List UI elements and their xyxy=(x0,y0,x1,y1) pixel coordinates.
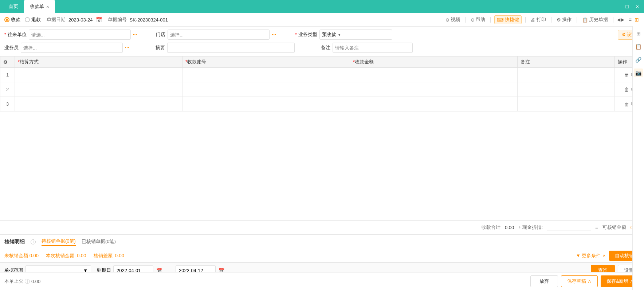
row-3-delete-icon[interactable]: 🗑 xyxy=(624,101,629,107)
staff-more-btn[interactable]: ··· xyxy=(125,45,129,51)
total-value: 0.00 xyxy=(505,225,514,230)
row-2-delete-icon[interactable]: 🗑 xyxy=(624,87,629,93)
total-label: 收款合计 xyxy=(482,224,500,231)
save-draft-btn[interactable]: 保存草稿 ∧ xyxy=(561,275,598,287)
row-3-settlement[interactable] xyxy=(15,97,182,111)
print-btn[interactable]: 🖨 打印 xyxy=(529,16,547,24)
help-btn[interactable]: ⊙ 帮助 xyxy=(469,16,487,24)
row-2-settlement[interactable] xyxy=(15,82,182,97)
uncancelled-stat: 未核销金额 0.00 xyxy=(4,252,39,259)
write-off-info-icon[interactable]: i xyxy=(31,239,36,244)
row-1-account[interactable] xyxy=(182,68,350,82)
store-input[interactable] xyxy=(168,30,270,40)
table-row: 2 🗑 ⧉ xyxy=(0,82,644,97)
operation-btn[interactable]: ⚙ 操作 xyxy=(555,16,573,24)
col-gear-header[interactable]: ⚙ xyxy=(0,56,15,68)
radio-dot-shoukuan xyxy=(4,17,9,22)
toolbar: 收款 退款 单据日期 2023-03-24 📅 单据编号 SK-20230324… xyxy=(0,13,644,27)
row-3-account[interactable] xyxy=(182,97,350,111)
row-2-remark[interactable] xyxy=(517,82,614,97)
history-btn[interactable]: 📋 历史单据 xyxy=(581,16,609,24)
divider-2 xyxy=(490,17,491,23)
next-arrow[interactable]: ▶ xyxy=(621,17,624,22)
history-icon: 📋 xyxy=(582,17,588,23)
summary-input[interactable] xyxy=(167,43,295,53)
discount-input[interactable] xyxy=(547,224,591,231)
col-remark-header: 备注 xyxy=(517,56,614,68)
radio-tuikuan[interactable]: 退款 xyxy=(25,16,41,23)
radio-dot-tuikuan xyxy=(25,17,30,22)
store-label: 门店 xyxy=(156,31,165,38)
row-1-delete-icon[interactable]: 🗑 xyxy=(624,72,629,78)
pending-tab[interactable]: 待核销单据(0笔) xyxy=(42,238,76,246)
radio-shoukuan[interactable]: 收款 xyxy=(4,16,20,23)
receipt-table: ⚙ *结算方式 *收款账号 *收款金额 备注 操作 1 xyxy=(0,56,644,111)
tab-bar: 首页 收款单 × — □ × xyxy=(0,0,644,13)
view-icons: ≡ ⊞ xyxy=(628,16,640,23)
tab-close-icon[interactable]: × xyxy=(46,4,49,9)
doc-number-group: 单据编号 SK-20230324-001 xyxy=(108,16,168,23)
toolbar-right: ⊙ 视频 ⊙ 帮助 ⌨ 快捷键 🖨 打印 ⚙ 操作 xyxy=(444,15,640,24)
col-account-header: *收款账号 xyxy=(182,56,350,68)
prev-arrow[interactable]: ◀ xyxy=(617,17,620,22)
row-3-amount[interactable] xyxy=(350,97,517,111)
store-more-btn[interactable]: ··· xyxy=(272,32,276,38)
row-1-remark[interactable] xyxy=(517,68,614,82)
sidebar-table-icon[interactable]: ⊞ xyxy=(635,29,642,38)
row-2-num: 2 xyxy=(0,82,15,97)
divider-4 xyxy=(551,17,551,23)
doc-date-label: 单据日期 xyxy=(47,16,66,23)
tab-receipt[interactable]: 收款单 × xyxy=(24,0,55,13)
calendar-icon[interactable]: 📅 xyxy=(96,17,102,23)
summary-field: 摘要 xyxy=(156,43,295,53)
footer-label: 本单上欠 xyxy=(4,278,23,285)
available-label: 可核销金额 xyxy=(602,224,626,231)
list-view-icon[interactable]: ≡ xyxy=(628,16,632,23)
business-type-select[interactable]: 预收款 ▼ xyxy=(319,30,392,40)
row-2-account[interactable] xyxy=(182,82,350,97)
sidebar-camera-icon[interactable]: 📷 xyxy=(634,68,643,77)
minimize-btn[interactable]: — xyxy=(611,3,620,10)
help-icon: ⊙ xyxy=(471,17,475,23)
divider-5 xyxy=(577,17,577,23)
grid-view-icon[interactable]: ⊞ xyxy=(634,16,640,23)
sidebar-doc-icon[interactable]: 📋 xyxy=(634,42,643,51)
chevron-down-icon: ▼ xyxy=(338,33,341,37)
tab-home[interactable]: 首页 xyxy=(3,0,24,13)
footer-info: 本单上欠 i 0.00 xyxy=(4,278,40,285)
row-1-amount[interactable] xyxy=(350,68,517,82)
shortcut-btn[interactable]: ⌨ 快捷键 xyxy=(494,15,522,24)
row-3-remark[interactable] xyxy=(517,97,614,111)
partner-label: 往来单位 xyxy=(4,31,27,38)
more-conditions-btn[interactable]: ▼ 更多条件 ∧ xyxy=(576,252,606,259)
discard-btn[interactable]: 放弃 xyxy=(530,275,558,287)
partner-input[interactable] xyxy=(29,30,131,40)
row-1-settlement[interactable] xyxy=(15,68,182,82)
close-btn[interactable]: × xyxy=(634,3,641,10)
row-2-amount[interactable] xyxy=(350,82,517,97)
video-btn[interactable]: ⊙ 视频 xyxy=(444,16,462,24)
store-field: 门店 ··· xyxy=(156,30,276,40)
equal-sign: = xyxy=(595,225,598,230)
remark-input[interactable] xyxy=(333,43,413,53)
tab-receipt-label: 收款单 xyxy=(30,3,44,10)
business-type-value: 预收款 xyxy=(322,31,336,38)
staff-input[interactable] xyxy=(21,43,123,53)
partner-field: 往来单位 ··· xyxy=(4,30,137,40)
form-area: 往来单位 ··· 门店 ··· 业务类型 预收款 ▼ ⚙ 设置 xyxy=(0,27,644,56)
col-amount-header: *收款金额 xyxy=(350,56,517,68)
receipt-table-container: ⚙ *结算方式 *收款账号 *收款金额 备注 操作 1 xyxy=(0,56,644,221)
footer-info-icon[interactable]: i xyxy=(25,279,30,284)
partner-more-btn[interactable]: ··· xyxy=(133,32,137,38)
footer-value: 0.00 xyxy=(31,279,40,284)
doc-date-group: 单据日期 2023-03-24 📅 xyxy=(47,16,102,23)
col-settlement-header: *结算方式 xyxy=(15,56,182,68)
sidebar-link-icon[interactable]: 🔗 xyxy=(634,55,643,64)
form-row-1: 往来单位 ··· 门店 ··· 业务类型 预收款 ▼ ⚙ 设置 xyxy=(4,30,640,40)
maximize-btn[interactable]: □ xyxy=(623,3,631,10)
radio-shoukuan-label: 收款 xyxy=(11,16,20,23)
remark-label: 备注 xyxy=(321,44,330,51)
done-tab[interactable]: 已核销单据(0笔) xyxy=(82,238,116,246)
nav-arrows: ◀ ▶ xyxy=(617,17,624,22)
doc-number-value: SK-20230324-001 xyxy=(130,17,168,23)
